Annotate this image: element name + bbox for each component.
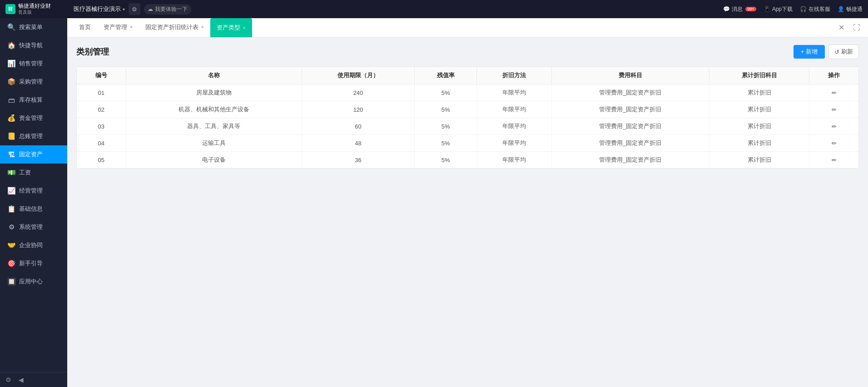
user-button[interactable]: 👤 畅捷通 (838, 5, 863, 13)
sidebar-item-purchase[interactable]: 📦 采购管理 (0, 73, 67, 91)
sidebar-item-guide[interactable]: 🎯 新手引导 (0, 254, 67, 273)
cell-action[interactable]: ✏ (809, 118, 858, 135)
cell-action[interactable]: ✏ (809, 84, 858, 101)
cell-method: 年限平均 (477, 152, 552, 169)
cell-name[interactable]: 机器、机械和其他生产设备 (126, 101, 302, 118)
cell-action[interactable]: ✏ (809, 152, 858, 169)
main-layout: 🔍 搜索菜单 🏠 快捷导航 📊 销售管理 📦 采购管理 🗃 库存核算 💰 资金管… (0, 18, 868, 387)
sidebar-item-label: 固定资产 (19, 150, 43, 159)
cell-method: 年限平均 (477, 84, 552, 101)
sidebar-item-inventory[interactable]: 🗃 库存核算 (0, 91, 67, 109)
cell-period: 60 (302, 118, 414, 135)
close-tab-depreciation-report-button[interactable]: × (201, 25, 204, 30)
sidebar-item-ledger[interactable]: 📒 总账管理 (0, 127, 67, 145)
cloud-icon: ☁ (148, 6, 153, 12)
notification-label: 消息 (732, 5, 743, 13)
cell-code: 01 (77, 84, 126, 101)
headset-icon: 🎧 (800, 6, 807, 12)
cell-residual: 5% (415, 84, 477, 101)
tabbar: 首页资产管理×固定资产折旧统计表×资产类型× ✕ ⛶ (67, 18, 868, 37)
cell-accum: 累计折旧 (709, 152, 809, 169)
cell-period: 120 (302, 101, 414, 118)
settings-bottom-icon[interactable]: ⚙ (5, 376, 11, 383)
sidebar-item-search[interactable]: 🔍 搜索菜单 (0, 18, 67, 36)
new-button[interactable]: + 新增 (794, 45, 825, 59)
sidebar-item-basic-info[interactable]: 📋 基础信息 (0, 200, 67, 218)
table-row: 03器具、工具、家具等605%年限平均管理费用_固定资产折旧累计折旧✏ (77, 118, 858, 135)
logo-subtitle: 普及版 (18, 9, 51, 15)
sidebar: 🔍 搜索菜单 🏠 快捷导航 📊 销售管理 📦 采购管理 🗃 库存核算 💰 资金管… (0, 18, 67, 387)
sidebar-item-enterprise[interactable]: 🤝 企业协同 (0, 236, 67, 254)
settings-button[interactable]: ⚙ (129, 3, 140, 15)
cell-expense: 管理费用_固定资产折旧 (551, 101, 709, 118)
cell-code: 04 (77, 135, 126, 152)
download-icon: 📱 (764, 6, 770, 12)
close-tab-button[interactable]: ✕ (835, 22, 847, 34)
tab-actions: ✕ ⛶ (835, 22, 863, 34)
capital-icon: 💰 (7, 114, 15, 122)
sidebar-item-salary[interactable]: 💵 工资 (0, 164, 67, 182)
sidebar-item-sales[interactable]: 📊 销售管理 (0, 55, 67, 73)
refresh-button[interactable]: ↺ 刷新 (828, 45, 859, 59)
tab-depreciation-report[interactable]: 固定资产折旧统计表× (139, 18, 210, 37)
sidebar-bottom: ⚙ ◀ (0, 372, 67, 387)
sidebar-item-system[interactable]: ⚙ 系统管理 (0, 218, 67, 236)
tab-asset-type[interactable]: 资产类型× (210, 18, 252, 37)
cell-expense: 管理费用_固定资产折旧 (551, 84, 709, 101)
toggle-sidebar-icon[interactable]: ◀ (19, 376, 24, 383)
logo-title: 畅捷通好业财 (18, 3, 51, 9)
sidebar-item-fixed-assets[interactable]: 🏗 固定资产 (0, 145, 67, 164)
page-content: 类别管理 + 新增 ↺ 刷新 编号名称使用期限（月）残值率折旧方法费用科目累计折… (67, 37, 868, 387)
app-logo: 财 畅捷通好业财 普及版 (5, 3, 64, 15)
sidebar-item-label: 工资 (19, 169, 31, 177)
experience-button[interactable]: ☁ 我要体验一下 (144, 4, 191, 15)
chevron-down-icon: ▾ (123, 7, 125, 12)
app-download-button[interactable]: 📱 App下载 (764, 5, 793, 13)
col-header-name: 名称 (126, 67, 302, 84)
close-tab-asset-mgmt-button[interactable]: × (130, 25, 133, 30)
sidebar-item-label: 基础信息 (19, 205, 43, 213)
maximize-tab-button[interactable]: ⛶ (851, 22, 863, 34)
enterprise-icon: 🤝 (7, 241, 15, 249)
online-service-button[interactable]: 🎧 在线客服 (800, 5, 830, 13)
tab-label-asset-type: 资产类型 (217, 24, 240, 32)
col-header-period: 使用期限（月） (302, 67, 414, 84)
cell-expense: 管理费用_固定资产折旧 (551, 135, 709, 152)
cell-name[interactable]: 房屋及建筑物 (126, 84, 302, 101)
notification-button[interactable]: 💬 消息 99+ (723, 5, 756, 13)
purchase-icon: 📦 (7, 78, 15, 86)
cell-residual: 5% (415, 152, 477, 169)
company-selector[interactable]: 医疗器械行业演示 ▾ (74, 5, 125, 13)
tab-home[interactable]: 首页 (73, 18, 97, 37)
cell-name[interactable]: 器具、工具、家具等 (126, 118, 302, 135)
cell-code: 05 (77, 152, 126, 169)
cell-action[interactable]: ✏ (809, 101, 858, 118)
sales-icon: 📊 (7, 60, 15, 68)
quick-nav-icon: 🏠 (7, 41, 15, 50)
content-area: 首页资产管理×固定资产折旧统计表×资产类型× ✕ ⛶ 类别管理 + 新增 ↺ 刷… (67, 18, 868, 387)
page-actions: + 新增 ↺ 刷新 (794, 45, 859, 59)
sidebar-item-quick-nav[interactable]: 🏠 快捷导航 (0, 36, 67, 55)
sidebar-item-capital[interactable]: 💰 资金管理 (0, 109, 67, 127)
basic-info-icon: 📋 (7, 205, 15, 213)
sidebar-item-app-center[interactable]: 🔲 应用中心 (0, 273, 67, 291)
refresh-label: 刷新 (841, 48, 853, 56)
company-name: 医疗器械行业演示 (74, 5, 121, 13)
sidebar-item-operation[interactable]: 📈 经营管理 (0, 182, 67, 200)
col-header-expense: 费用科目 (551, 67, 709, 84)
topbar-center: 医疗器械行业演示 ▾ ⚙ ☁ 我要体验一下 (74, 3, 723, 15)
tab-asset-mgmt[interactable]: 资产管理× (97, 18, 139, 37)
col-header-code: 编号 (77, 67, 126, 84)
salary-icon: 💵 (7, 169, 15, 177)
cell-accum: 累计折旧 (709, 84, 809, 101)
cell-period: 48 (302, 135, 414, 152)
cell-name[interactable]: 电子设备 (126, 152, 302, 169)
sidebar-item-label: 总账管理 (19, 132, 43, 140)
notification-badge: 99+ (745, 7, 756, 11)
sidebar-item-label: 企业协同 (19, 241, 43, 249)
close-tab-asset-type-button[interactable]: × (243, 25, 246, 30)
cell-action[interactable]: ✏ (809, 135, 858, 152)
cell-expense: 管理费用_固定资产折旧 (551, 118, 709, 135)
gear-icon: ⚙ (132, 6, 137, 13)
cell-name[interactable]: 运输工具 (126, 135, 302, 152)
